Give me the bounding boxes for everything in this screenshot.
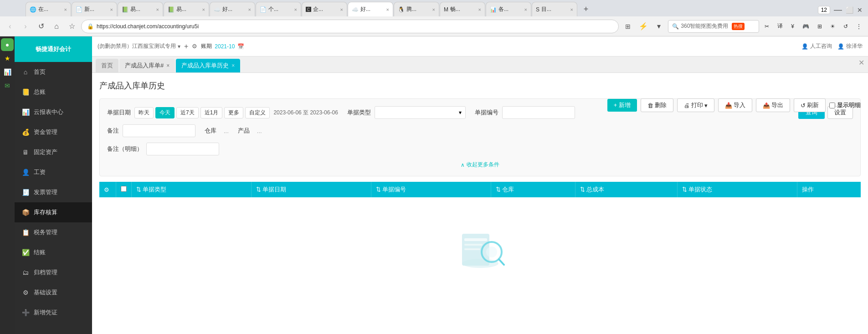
browser-tab-t7[interactable]: 🅲企...× (302, 2, 347, 16)
empty-icon (453, 225, 508, 279)
bookmark-btn[interactable]: ☆ (66, 20, 78, 33)
browser-tab-t9[interactable]: 🐧腾...× (394, 2, 439, 16)
app-icon-star[interactable]: ★ (1, 52, 14, 65)
company-selector[interactable]: (勿删勿禁用）江西服宝测试专用 ▾ (98, 42, 180, 50)
yuan-tool[interactable]: ¥ (788, 20, 797, 33)
back-btn[interactable]: ‹ (4, 20, 16, 33)
minimize-btn[interactable]: — (834, 5, 842, 15)
refresh-action-btn[interactable]: ↺刷新 (794, 98, 826, 112)
date-1month[interactable]: 近1月 (200, 107, 223, 118)
page-tab-list[interactable]: 产成品入库单# × (119, 59, 175, 72)
page-tab-list-close[interactable]: × (166, 62, 169, 69)
scissors-tool[interactable]: ✂ (762, 20, 772, 33)
sidebar-item-checkout[interactable]: ✅结账 (15, 242, 92, 262)
page-tab-history-close[interactable]: × (231, 62, 235, 69)
date-today[interactable]: 今天 (155, 107, 175, 118)
sidebar-label-archive: 归档管理 (34, 268, 57, 277)
search-bar[interactable]: 🔍 360智能抠图免费用 热搜 (668, 20, 759, 33)
page-tab-home[interactable]: 首页 (96, 59, 118, 72)
close-btn[interactable]: ✕ (857, 6, 863, 14)
date-yesterday[interactable]: 昨天 (134, 107, 154, 118)
refresh-btn[interactable]: ↺ (35, 20, 47, 33)
th-checkbox[interactable] (116, 182, 131, 197)
page-tab-history[interactable]: 产成品入库单历史 × (176, 59, 240, 72)
forward-btn[interactable]: › (19, 20, 32, 33)
date-7days[interactable]: 近7天 (176, 107, 199, 118)
translate-tool[interactable]: 译 (775, 20, 786, 33)
browser-tab-t5[interactable]: ☁️好...× (210, 2, 255, 16)
sidebar-item-inventory[interactable]: 📦库存核算 (15, 202, 92, 222)
browser-tab-t2[interactable]: 📄新...× (72, 2, 117, 16)
calendar-icon[interactable]: 📅 (237, 43, 244, 50)
browser-tab-t6[interactable]: 📄个...× (256, 2, 301, 16)
period-label: 账期 (201, 42, 212, 50)
new-btn[interactable]: + 新增 (607, 99, 637, 112)
new-tab-btn[interactable]: + (579, 2, 593, 16)
refresh-icon: ↺ (801, 102, 806, 109)
th-cost[interactable]: ⇅ 总成本 (575, 182, 677, 197)
svg-rect-2 (464, 238, 487, 241)
sidebar-item-newvoucher[interactable]: ➕新增凭证 (15, 303, 92, 323)
sidebar-item-funds[interactable]: 💰资金管理 (15, 122, 92, 142)
sidebar-item-home[interactable]: ⌂首页 (15, 62, 92, 82)
export-btn[interactable]: 📤导出 (756, 98, 790, 112)
game-tool[interactable]: 🎮 (800, 20, 812, 33)
browser-tab-t8[interactable]: ☁️好...× (348, 2, 393, 16)
date-custom[interactable]: 自定义 (245, 107, 270, 118)
th-type[interactable]: ⇅ 单据类型 (131, 182, 251, 197)
sidebar-item-settings[interactable]: ⚙基础设置 (15, 283, 92, 303)
th-status[interactable]: ⇅ 单据状态 (677, 182, 797, 197)
browser-tab-t3[interactable]: 📗易...× (118, 2, 163, 16)
browser-tab-t1[interactable]: 🌐在...× (26, 2, 71, 16)
sidebar-item-salary[interactable]: 👤工资 (15, 162, 92, 182)
browser-tab-t11[interactable]: 📊各...× (486, 2, 531, 16)
th-warehouse[interactable]: ⇅ 仓库 (491, 182, 575, 197)
app-icon-chart[interactable]: 📊 (1, 66, 14, 78)
sidebar-item-report[interactable]: 📊云报表中心 (15, 102, 92, 122)
browser-tab-t10[interactable]: M畅...× (440, 2, 485, 16)
product-dots: ... (257, 128, 262, 134)
search-icon: 🔍 (672, 23, 679, 30)
sidebar-item-ledger[interactable]: 📒总账 (15, 82, 92, 102)
display-checkbox[interactable] (829, 103, 835, 108)
more-tool[interactable]: ⋮ (853, 20, 864, 33)
restore-btn[interactable]: ⬜ (846, 6, 853, 14)
grid-tool[interactable]: ⊞ (815, 20, 825, 33)
add-btn[interactable]: + (184, 42, 188, 51)
display-toggle[interactable]: 显示明细 (829, 101, 861, 109)
help-btn[interactable]: 👤 人工咨询 (801, 42, 832, 50)
delete-btn[interactable]: 🗑删除 (641, 98, 673, 112)
history-tool[interactable]: ↺ (841, 20, 851, 33)
th-number[interactable]: ⇅ 单据编号 (371, 182, 491, 197)
app-icon-mail[interactable]: ✉ (1, 79, 14, 92)
tab-panel-close-btn[interactable]: ✕ (858, 58, 864, 67)
theme-tool[interactable]: ☀ (827, 20, 838, 33)
sidebar: 畅捷通好会计 ⌂首页📒总账📊云报表中心💰资金管理🖥固定资产👤工资🧾发票管理📦库存… (15, 36, 92, 334)
th-date[interactable]: ⇅ 单据日期 (251, 182, 371, 197)
address-dropdown[interactable]: ▾ (652, 20, 665, 33)
note-detail-input[interactable] (146, 143, 219, 155)
sidebar-item-archive[interactable]: 🗂归档管理 (15, 262, 92, 283)
th-gear[interactable]: ⚙ (99, 182, 116, 197)
home-btn[interactable]: ⌂ (50, 20, 63, 33)
settings-icon[interactable]: ⚙ (192, 43, 197, 50)
sidebar-item-invoice[interactable]: 🧾发票管理 (15, 182, 92, 202)
sidebar-icon-tax: 📋 (22, 229, 29, 236)
print-btn[interactable]: 🖨打印▾ (677, 98, 714, 112)
date-more[interactable]: 更多 (224, 107, 243, 118)
type-select[interactable]: ▾ (375, 106, 466, 119)
import-btn[interactable]: 📥导入 (718, 98, 752, 112)
browser-tab-t4[interactable]: 📗易...× (164, 2, 209, 16)
number-input[interactable] (502, 106, 575, 119)
address-input[interactable]: 🔒 https://cloud.chanjet.com/accounting/u… (81, 20, 619, 33)
select-all-checkbox[interactable] (121, 186, 127, 192)
sidebar-item-assets[interactable]: 🖥固定资产 (15, 142, 92, 162)
sidebar-item-tax[interactable]: 📋税务管理 (15, 222, 92, 242)
note-input[interactable] (123, 124, 195, 137)
extensions-btn[interactable]: ⊞ (621, 20, 634, 33)
browser-tab-t12[interactable]: S目...× (532, 2, 577, 16)
user-avatar[interactable]: 👤 徐泽华 (837, 42, 863, 50)
lightning-btn[interactable]: ⚡ (637, 20, 650, 33)
app-icon-360[interactable]: ● (1, 38, 14, 51)
collapse-btn[interactable]: ∧ 收起更多条件 (107, 161, 853, 169)
